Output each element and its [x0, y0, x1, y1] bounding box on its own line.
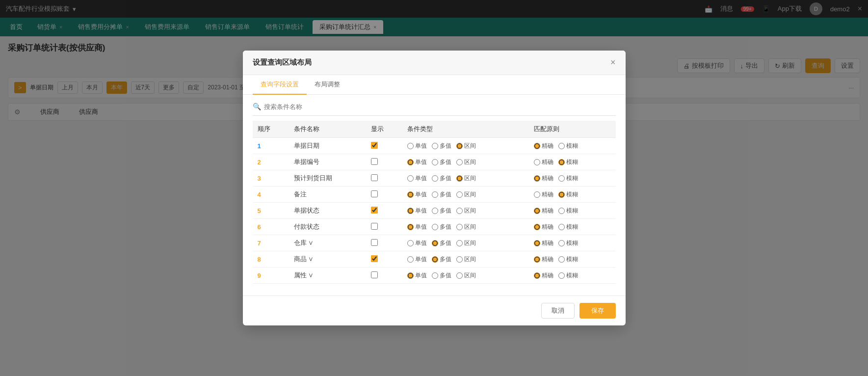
type-radio-item[interactable]: 多值	[432, 239, 451, 247]
modal-overlay: 设置查询区域布局 × 查询字段设置 布局调整 🔍	[0, 0, 868, 376]
type-radio-item[interactable]: 区间	[456, 255, 476, 264]
radio-label: 多值	[440, 255, 451, 264]
search-icon: 🔍	[253, 103, 261, 110]
type-radio-item[interactable]: 多值	[432, 223, 451, 231]
table-row: 10有无商品图片单值多值区间精确模糊	[253, 284, 616, 288]
match-radio-item[interactable]: 模糊	[558, 142, 578, 150]
match-radio-item[interactable]: 精确	[534, 158, 553, 166]
display-checkbox[interactable]	[371, 255, 378, 262]
type-radio-item[interactable]: 单值	[407, 142, 427, 150]
radio-label: 模糊	[566, 190, 578, 199]
type-radio-item[interactable]: 单值	[407, 239, 427, 247]
type-radio-item[interactable]: 多值	[432, 255, 451, 264]
type-radio-group: 单值多值区间	[407, 271, 524, 280]
display-checkbox[interactable]	[371, 239, 378, 246]
table-row: 8商品 ∨单值多值区间精确模糊	[253, 251, 616, 268]
match-radio-item[interactable]: 模糊	[558, 174, 578, 183]
type-radio-item[interactable]: 区间	[456, 158, 476, 166]
radio-label: 单值	[415, 174, 427, 183]
match-radio-item[interactable]: 模糊	[558, 271, 578, 280]
condition-name: 仓库 ∨	[289, 235, 367, 251]
radio-label: 单值	[415, 223, 427, 231]
radio-label: 单值	[415, 190, 427, 199]
radio-label: 模糊	[566, 207, 578, 215]
type-radio-item[interactable]: 单值	[407, 223, 427, 231]
type-radio-item[interactable]: 区间	[456, 239, 476, 247]
display-checkbox[interactable]	[371, 142, 378, 149]
type-radio-item[interactable]: 区间	[456, 174, 476, 183]
type-radio-item[interactable]: 多值	[432, 174, 451, 183]
radio-label: 精确	[542, 288, 553, 288]
radio-label: 精确	[542, 207, 553, 215]
type-radio-item[interactable]: 单值	[407, 288, 427, 288]
seq-num: 1	[258, 142, 261, 150]
type-radio-item[interactable]: 区间	[456, 142, 476, 150]
display-checkbox[interactable]	[371, 207, 378, 214]
table-row: 7仓库 ∨单值多值区间精确模糊	[253, 235, 616, 251]
radio-label: 区间	[464, 207, 476, 215]
match-radio-item[interactable]: 精确	[534, 142, 553, 150]
display-checkbox[interactable]	[371, 288, 378, 288]
modal-close-btn[interactable]: ×	[610, 57, 616, 68]
display-checkbox[interactable]	[371, 271, 378, 278]
cancel-button[interactable]: 取消	[541, 303, 575, 319]
type-radio-item[interactable]: 单值	[407, 158, 427, 166]
match-radio-item[interactable]: 精确	[534, 223, 553, 231]
display-checkbox[interactable]	[371, 174, 378, 181]
type-radio-item[interactable]: 多值	[432, 207, 451, 215]
type-radio-item[interactable]: 区间	[456, 207, 476, 215]
tab-query-fields[interactable]: 查询字段设置	[253, 75, 307, 95]
match-radio-item[interactable]: 精确	[534, 174, 553, 183]
type-radio-item[interactable]: 单值	[407, 190, 427, 199]
tab-layout-adjust[interactable]: 布局调整	[307, 75, 348, 95]
match-radio-item[interactable]: 精确	[534, 255, 553, 264]
type-radio-item[interactable]: 多值	[432, 271, 451, 280]
match-radio-item[interactable]: 模糊	[558, 255, 578, 264]
type-radio-group: 单值多值区间	[407, 142, 524, 150]
radio-label: 单值	[415, 158, 427, 166]
type-radio-group: 单值多值区间	[407, 207, 524, 215]
search-input[interactable]	[264, 103, 616, 110]
display-checkbox[interactable]	[371, 158, 378, 165]
type-radio-item[interactable]: 单值	[407, 271, 427, 280]
save-button[interactable]: 保存	[579, 303, 616, 319]
match-radio-item[interactable]: 模糊	[558, 288, 578, 288]
match-radio-item[interactable]: 精确	[534, 288, 553, 288]
match-radio-item[interactable]: 模糊	[558, 239, 578, 247]
match-radio-item[interactable]: 模糊	[558, 190, 578, 199]
type-radio-item[interactable]: 多值	[432, 158, 451, 166]
table-scroll: 顺序 条件名称 显示 条件类型 匹配原则 1单据日期单值多值区间精确模糊2单据编…	[253, 121, 616, 288]
type-radio-item[interactable]: 单值	[407, 207, 427, 215]
type-radio-item[interactable]: 多值	[432, 288, 451, 288]
col-match: 匹配原则	[529, 121, 616, 138]
type-radio-item[interactable]: 单值	[407, 255, 427, 264]
type-radio-item[interactable]: 区间	[456, 288, 476, 288]
seq-num: 5	[258, 207, 261, 215]
col-display: 显示	[366, 121, 402, 138]
radio-label: 区间	[464, 142, 476, 150]
match-radio-item[interactable]: 模糊	[558, 223, 578, 231]
seq-num: 4	[258, 191, 261, 198]
modal-footer: 取消 保存	[243, 295, 626, 325]
match-radio-item[interactable]: 精确	[534, 190, 553, 199]
col-type: 条件类型	[402, 121, 528, 138]
type-radio-group: 单值多值区间	[407, 239, 524, 247]
type-radio-item[interactable]: 区间	[456, 190, 476, 199]
radio-label: 精确	[542, 174, 553, 183]
type-radio-item[interactable]: 多值	[432, 190, 451, 199]
type-radio-item[interactable]: 区间	[456, 223, 476, 231]
type-radio-item[interactable]: 多值	[432, 142, 451, 150]
match-radio-item[interactable]: 模糊	[558, 158, 578, 166]
type-radio-item[interactable]: 单值	[407, 174, 427, 183]
match-radio-item[interactable]: 精确	[534, 271, 553, 280]
match-radio-item[interactable]: 精确	[534, 239, 553, 247]
match-radio-item[interactable]: 精确	[534, 207, 553, 215]
display-checkbox[interactable]	[371, 223, 378, 230]
display-checkbox[interactable]	[371, 190, 378, 197]
type-radio-item[interactable]: 区间	[456, 271, 476, 280]
radio-label: 精确	[542, 158, 553, 166]
match-radio-item[interactable]: 模糊	[558, 207, 578, 215]
radio-label: 多值	[440, 271, 451, 280]
seq-num: 2	[258, 159, 261, 166]
radio-label: 单值	[415, 255, 427, 264]
